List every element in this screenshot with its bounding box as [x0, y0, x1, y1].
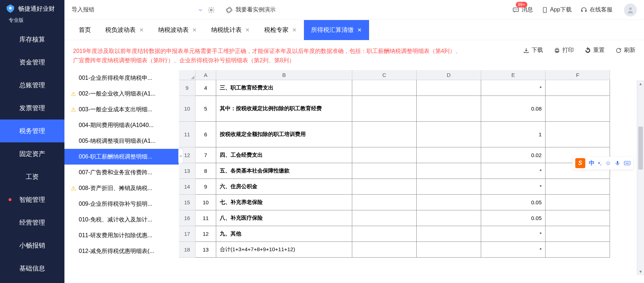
cell-a-15[interactable]: 10 — [195, 195, 216, 210]
cell-f-14[interactable] — [546, 179, 610, 195]
cell-f-15[interactable] — [546, 195, 610, 210]
cell-f-18[interactable] — [546, 242, 610, 258]
ime-mic-icon[interactable] — [615, 160, 620, 166]
form-list-item-3[interactable]: 004-期间费用明细表(A1040... — [64, 117, 179, 133]
cell-a-18[interactable]: 13 — [195, 242, 216, 258]
cell-d-18[interactable] — [417, 242, 481, 258]
form-list-item-2[interactable]: ⚠003-一般企业成本支出明细... — [64, 102, 179, 117]
avatar[interactable] — [624, 4, 637, 16]
ime-toolbar[interactable]: S 中 •, ☺ — [572, 157, 633, 170]
cell-e-10[interactable]: 0.08 — [481, 96, 546, 122]
cell-b-12[interactable]: 四、工会经费支出 — [216, 147, 352, 163]
close-icon[interactable]: ✕ — [192, 27, 197, 33]
cell-c-9[interactable] — [352, 80, 417, 96]
cell-d-15[interactable] — [417, 195, 481, 210]
cell-e-17[interactable]: * — [481, 226, 546, 242]
nav-item-6[interactable]: 工资 — [0, 165, 64, 188]
cell-a-12[interactable]: 7 — [195, 147, 216, 163]
close-icon[interactable]: ✕ — [357, 27, 362, 33]
cell-d-12[interactable] — [417, 147, 481, 163]
cell-c-12[interactable] — [352, 147, 417, 163]
cell-a-16[interactable]: 11 — [195, 210, 216, 226]
close-icon[interactable]: ✕ — [139, 27, 144, 33]
form-list-item-5[interactable]: 006-职工薪酬纳税调整明细... — [64, 149, 179, 165]
cell-c-14[interactable] — [352, 179, 417, 195]
row-header-16[interactable]: 16 — [179, 210, 195, 226]
tab-2[interactable]: 纳税波动表✕ — [151, 20, 204, 40]
col-header-E[interactable]: E — [481, 70, 546, 80]
cell-b-13[interactable]: 五、各类基本社会保障性缴款 — [216, 163, 352, 179]
scroll-up-icon[interactable]: ▲ — [637, 80, 644, 87]
row-header-17[interactable]: 17 — [179, 226, 195, 242]
cell-e-18[interactable]: * — [481, 242, 546, 258]
form-list-item-0[interactable]: 001-企业所得税年度纳税申... — [64, 70, 179, 86]
cell-d-10[interactable] — [417, 96, 481, 122]
close-icon[interactable]: ✕ — [245, 27, 250, 33]
cell-c-16[interactable] — [352, 210, 417, 226]
search-input[interactable] — [72, 4, 193, 16]
ime-keyboard-icon[interactable] — [624, 161, 630, 166]
demo-link[interactable]: 我要看实例演示 — [226, 6, 276, 14]
cell-c-15[interactable] — [352, 195, 417, 210]
row-header-18[interactable]: 18 — [179, 242, 195, 258]
vertical-scrollbar[interactable]: ▲ ▼ — [637, 80, 644, 275]
cell-b-9[interactable]: 三、职工教育经费支出 — [216, 80, 352, 96]
row-header-11[interactable]: 11 — [179, 122, 195, 147]
refresh-button[interactable]: 刷新 — [615, 47, 635, 54]
nav-item-5[interactable]: 固定资产 — [0, 142, 64, 165]
chevron-down-icon[interactable] — [198, 7, 203, 13]
cell-c-18[interactable] — [352, 242, 417, 258]
cell-a-13[interactable]: 8 — [195, 163, 216, 179]
sheet-corner[interactable] — [179, 70, 195, 80]
cell-b-10[interactable]: 其中：按税收规定比例扣除的职工教育经费 — [216, 96, 352, 122]
cell-b-11[interactable]: 按税收规定全额扣除的职工培训费用 — [216, 122, 352, 147]
cell-d-13[interactable] — [417, 163, 481, 179]
cell-e-14[interactable]: * — [481, 179, 546, 195]
nav-item-0[interactable]: 库存核算 — [0, 28, 64, 51]
form-list-item-4[interactable]: 005-纳税调整项目明细表(A1... — [64, 133, 179, 149]
cell-e-15[interactable]: 0.05 — [481, 195, 546, 210]
form-list-item-8[interactable]: 009-企业所得税弥补亏损明... — [64, 196, 179, 212]
cell-a-14[interactable]: 9 — [195, 179, 216, 195]
nav-item-10[interactable]: 基础信息 — [0, 257, 64, 280]
cell-f-11[interactable] — [546, 122, 610, 147]
col-header-C[interactable]: C — [352, 70, 417, 80]
cell-a-10[interactable]: 5 — [195, 96, 216, 122]
close-icon[interactable]: ✕ — [292, 27, 297, 33]
cell-e-11[interactable]: 1 — [481, 122, 546, 147]
nav-item-7[interactable]: 智能管理 — [0, 188, 64, 211]
form-list-item-1[interactable]: ⚠002-一般企业收入明细表(A1... — [64, 86, 179, 102]
row-header-15[interactable]: 15 — [179, 195, 195, 210]
row-header-14[interactable]: 14 — [179, 179, 195, 195]
col-header-F[interactable]: F — [546, 70, 610, 80]
cell-e-16[interactable]: 0.05 — [481, 210, 546, 226]
tab-3[interactable]: 纳税统计表✕ — [204, 20, 257, 40]
col-header-A[interactable]: A — [195, 70, 216, 80]
cell-f-9[interactable] — [546, 80, 610, 96]
scroll-thumb[interactable] — [638, 127, 643, 170]
cell-e-13[interactable]: * — [481, 163, 546, 179]
cell-f-17[interactable] — [546, 226, 610, 242]
cell-f-10[interactable] — [546, 96, 610, 122]
form-list-item-6[interactable]: 007-广告费和业务宣传费跨... — [64, 165, 179, 180]
cell-a-9[interactable]: 4 — [195, 80, 216, 96]
app-download-button[interactable]: App下载 — [542, 6, 572, 14]
download-button[interactable]: 下载 — [523, 47, 543, 54]
cell-d-16[interactable] — [417, 210, 481, 226]
col-header-B[interactable]: B — [216, 70, 352, 80]
cell-b-16[interactable]: 八、补充医疗保险 — [216, 210, 352, 226]
nav-item-2[interactable]: 总账管理 — [0, 74, 64, 97]
form-list-item-10[interactable]: 011-研发费用加计扣除优惠... — [64, 228, 179, 243]
cell-a-11[interactable]: 6 — [195, 122, 216, 147]
cell-e-9[interactable]: * — [481, 80, 546, 96]
nav-item-3[interactable]: 发票管理 — [0, 97, 64, 119]
reset-button[interactable]: 重置 — [585, 47, 605, 54]
ime-emoji-icon[interactable]: ☺ — [605, 160, 611, 166]
cell-e-12[interactable]: 0.02 — [481, 147, 546, 163]
nav-item-9[interactable]: 小畅报销 — [0, 234, 64, 257]
form-list-item-11[interactable]: 012-减免所得税优惠明细表(... — [64, 243, 179, 259]
collapse-handle[interactable]: « — [178, 149, 183, 163]
tab-0[interactable]: 首页 — [72, 20, 98, 40]
cell-d-11[interactable] — [417, 122, 481, 147]
tab-1[interactable]: 税负波动表✕ — [98, 20, 151, 40]
